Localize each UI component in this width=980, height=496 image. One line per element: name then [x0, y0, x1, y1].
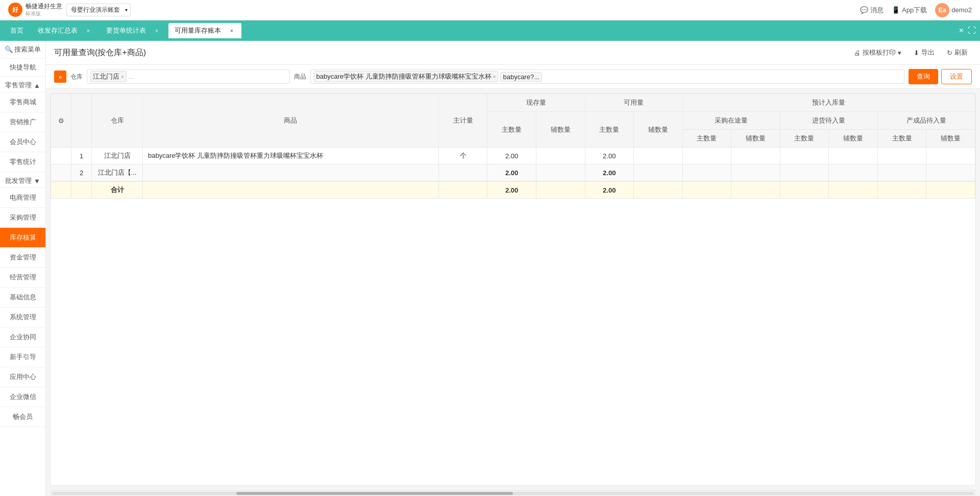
nav-tabs: 首页 收发存汇总表 × 要货单统计表 × 可用量库存账本 × × ⛶ — [0, 20, 980, 41]
sidebar-item-marketing[interactable]: 营销推广 — [0, 112, 45, 132]
refresh-btn[interactable]: ↻ 刷新 — [943, 46, 972, 59]
footer-incoming-main — [780, 181, 829, 199]
sidebar-ecommerce-label: 电商管理 — [10, 194, 36, 201]
nav-close-btn[interactable]: × — [959, 26, 964, 35]
tab-available[interactable]: 可用量库存账本 × — [168, 23, 241, 38]
th-unit: 主计量 — [438, 94, 487, 148]
sidebar-member-label: 会员中心 — [10, 138, 36, 146]
th-warehouse: 仓库 — [92, 94, 143, 148]
app-download-btn[interactable]: 📱 App下载 — [892, 6, 927, 15]
tab-order-close[interactable]: × — [153, 27, 160, 34]
top-bar: 好 畅捷通好生意 标准版 母婴行业演示账套 💬 消息 📱 App下载 Ea de… — [0, 0, 980, 20]
sidebar-item-retail-stats[interactable]: 零售统计 — [0, 152, 45, 172]
app-icon: 📱 — [892, 6, 900, 14]
warehouse-tag: 江北门店 × — [90, 71, 127, 82]
th-seq — [71, 94, 92, 148]
product-label: 商品 — [294, 73, 306, 81]
industry-selector[interactable]: 母婴行业演示账套 — [66, 4, 131, 16]
setting-btn[interactable]: 设置 — [941, 69, 972, 84]
product-tag-1-close[interactable]: × — [493, 74, 496, 80]
message-label: 消息 — [870, 6, 884, 15]
warehouse-tag-close[interactable]: × — [121, 74, 124, 80]
tab-collection-close[interactable]: × — [85, 27, 92, 34]
sidebar-item-purchase[interactable]: 采购管理 — [0, 208, 45, 228]
sidebar-inventory-label: 库存核算 — [10, 233, 36, 241]
tab-order-label: 要货单统计表 — [106, 26, 146, 35]
sidebar-quicknav[interactable]: 快捷导航 — [0, 59, 45, 77]
tab-home[interactable]: 首页 — [4, 23, 30, 38]
sidebar-search[interactable]: 🔍 搜索菜单 — [0, 41, 45, 59]
sidebar-enterprise-wechat-label: 企业微信 — [10, 393, 36, 400]
avatar: Ea — [935, 3, 949, 17]
sidebar-item-app-center[interactable]: 应用中心 — [0, 367, 45, 387]
sidebar-purchase-label: 采购管理 — [10, 214, 36, 221]
product-filter[interactable]: babycare学饮杯 儿童防摔防撞吸管杯重力球吸嘴杯宝宝水杯 × babyca… — [310, 69, 905, 84]
query-btn[interactable]: 查询 — [909, 69, 938, 84]
message-btn[interactable]: 💬 消息 — [860, 6, 884, 15]
sidebar-item-member[interactable]: 会员中心 — [0, 132, 45, 152]
sidebar-member-vip-label: 畅会员 — [13, 413, 33, 420]
footer-gear — [51, 181, 71, 199]
chevron-down-icon2: ▼ — [34, 177, 40, 185]
sidebar-item-retail-mall[interactable]: 零售商城 — [0, 92, 45, 112]
page-header: 可用量查询(按仓库+商品) 🖨 按模板打印 ▾ ⬇ 导出 ↻ 刷新 — [46, 41, 980, 65]
row1-production-aux — [926, 148, 975, 164]
scroll-thumb[interactable] — [236, 492, 513, 495]
user-area[interactable]: Ea demo2 — [935, 3, 972, 17]
row2-gear — [51, 164, 71, 182]
warehouse-tag-text: 江北门店 — [93, 72, 119, 81]
sidebar-item-enterprise[interactable]: 企业协同 — [0, 327, 45, 347]
sidebar-item-member-vip[interactable]: 畅会员 — [0, 407, 45, 427]
row1-available-aux — [634, 148, 683, 164]
nav-maximize-btn[interactable]: ⛶ — [968, 26, 976, 35]
row2-incoming-main — [780, 164, 829, 182]
row1-unit: 个 — [438, 148, 487, 164]
print-btn[interactable]: 🖨 按模板打印 ▾ — [850, 46, 905, 59]
row2-product — [143, 164, 439, 182]
sidebar-finance-label: 资金管理 — [10, 253, 36, 261]
horizontal-scrollbar[interactable] — [50, 490, 976, 496]
sidebar-item-basic-info[interactable]: 基础信息 — [0, 288, 45, 308]
tab-collection[interactable]: 收发存汇总表 × — [32, 23, 98, 38]
sidebar-item-finance[interactable]: 资金管理 — [0, 248, 45, 268]
sidebar-marketing-label: 营销推广 — [10, 118, 36, 126]
sidebar-item-newguide[interactable]: 新手引导 — [0, 347, 45, 367]
sidebar-item-operations[interactable]: 经营管理 — [0, 268, 45, 288]
row2-seq: 2 — [71, 164, 92, 182]
footer-available-aux — [634, 181, 683, 199]
table-row: 2 江北门店【... 2.00 2.00 — [51, 164, 975, 182]
message-icon: 💬 — [860, 6, 868, 14]
sidebar-basic-info-label: 基础信息 — [10, 293, 36, 301]
footer-label: 合计 — [92, 181, 143, 199]
row1-available-main: 2.00 — [585, 148, 634, 164]
page-title: 可用量查询(按仓库+商品) — [54, 48, 146, 58]
content-area: 可用量查询(按仓库+商品) 🖨 按模板打印 ▾ ⬇ 导出 ↻ 刷新 — [46, 41, 980, 496]
sidebar-item-system[interactable]: 系统管理 — [0, 308, 45, 327]
tab-collection-label: 收发存汇总表 — [38, 26, 78, 35]
sidebar-item-inventory[interactable]: 库存核算 — [0, 228, 45, 248]
export-btn[interactable]: ⬇ 导出 — [910, 46, 939, 59]
row1-incoming-aux — [829, 148, 878, 164]
tab-order[interactable]: 要货单统计表 × — [100, 23, 166, 38]
row1-purchase-main — [682, 148, 731, 164]
row1-purchase-aux — [731, 148, 780, 164]
product-tag-2: babycare?... — [500, 72, 542, 82]
sidebar-item-retail-mgmt[interactable]: 零售管理 ▲ — [0, 77, 45, 92]
warehouse-ellipsis: ... — [129, 73, 134, 80]
table-row: 1 江北门店 babycare学饮杯 儿童防摔防撞吸管杯重力球吸嘴杯宝宝水杯 个… — [51, 148, 975, 164]
tab-available-close[interactable]: × — [228, 27, 235, 34]
th-purchase-main: 主数量 — [682, 130, 731, 148]
filter-expand-btn[interactable]: » — [54, 70, 66, 83]
th-gear[interactable]: ⚙ — [51, 94, 71, 148]
sidebar-item-ecommerce[interactable]: 电商管理 — [0, 188, 45, 208]
sidebar-item-wholesale-mgmt[interactable]: 批发管理 ▼ — [0, 172, 45, 188]
th-incoming-main: 主数量 — [780, 130, 829, 148]
logo-area: 好 畅捷通好生意 标准版 — [8, 3, 62, 17]
warehouse-filter[interactable]: 江北门店 × ... — [87, 69, 290, 84]
logo-text-area: 畅捷通好生意 标准版 — [26, 3, 62, 17]
sidebar-item-enterprise-wechat[interactable]: 企业微信 — [0, 387, 45, 407]
chevron-down-icon: ▲ — [34, 82, 40, 89]
product-tag-1: babycare学饮杯 儿童防摔防撞吸管杯重力球吸嘴杯宝宝水杯 × — [314, 71, 499, 82]
refresh-icon: ↻ — [947, 49, 952, 57]
export-icon: ⬇ — [914, 49, 919, 57]
